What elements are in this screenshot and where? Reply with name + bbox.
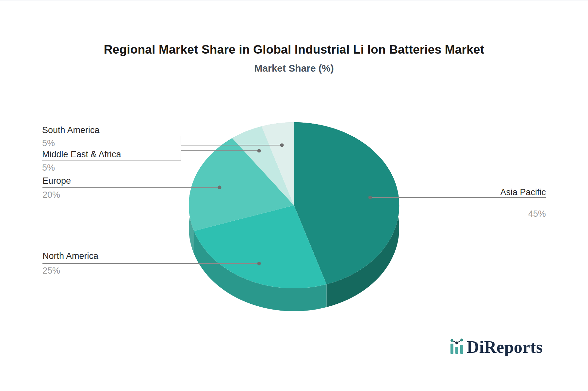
leader-dot-south-america — [280, 144, 284, 147]
leader-dot-north-america — [257, 262, 261, 265]
slice-label-middle-east-africa: Middle East & Africa — [42, 149, 121, 160]
bar-line-chart-icon — [449, 338, 465, 355]
slice-value-middle-east-africa: 5% — [42, 163, 55, 173]
slice-label-asia-pacific: Asia Pacific — [500, 187, 546, 197]
leader-dot-europe — [218, 186, 221, 189]
pie-chart-canvas — [0, 0, 588, 391]
slice-label-europe: Europe — [42, 176, 71, 186]
logo-text: DiReports — [467, 339, 543, 356]
slice-value-south-america: 5% — [42, 138, 55, 148]
leader-dot-asia-pacific — [368, 196, 372, 199]
slice-label-north-america: North America — [42, 251, 98, 261]
direports-logo: DiReports — [449, 338, 543, 356]
leader-dot-middle-east-africa — [257, 149, 261, 153]
slice-value-north-america: 25% — [42, 266, 60, 276]
slice-label-south-america: South America — [42, 125, 100, 135]
slice-value-asia-pacific: 45% — [528, 209, 546, 219]
slice-value-europe: 20% — [42, 190, 60, 200]
